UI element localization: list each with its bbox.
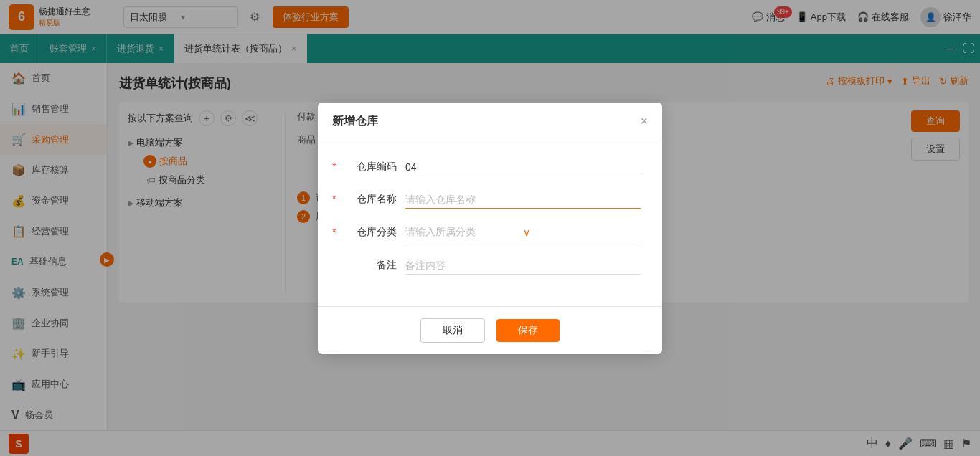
modal-footer: 取消 保存 [318, 306, 662, 354]
modal-title: 新增仓库 [332, 114, 378, 129]
field-code-required: * [332, 161, 336, 172]
field-code-label: * 仓库编码 [339, 161, 397, 174]
field-category-select[interactable]: 请输入所属分类 ∨ [405, 223, 641, 242]
field-name-required: * [332, 193, 336, 204]
field-category-chevron: ∨ [523, 227, 641, 238]
field-category-placeholder: 请输入所属分类 [405, 226, 523, 239]
field-code-input[interactable] [405, 158, 641, 176]
field-name-label: * 仓库名称 [339, 193, 397, 206]
field-code: * 仓库编码 [339, 158, 641, 176]
field-remark: 备注 [339, 257, 641, 275]
modal-overlay: 新增仓库 × * 仓库编码 * 仓库名称 [0, 0, 980, 456]
modal-close-button[interactable]: × [640, 115, 648, 128]
modal-body: * 仓库编码 * 仓库名称 * 仓库分类 请输入所属 [318, 141, 662, 306]
field-remark-label: 备注 [339, 259, 397, 272]
field-category-label: * 仓库分类 [339, 226, 397, 239]
field-name-input[interactable] [405, 191, 641, 209]
field-category-required: * [332, 226, 336, 237]
field-remark-input[interactable] [405, 257, 641, 275]
field-name: * 仓库名称 [339, 191, 641, 209]
field-category: * 仓库分类 请输入所属分类 ∨ [339, 223, 641, 242]
save-button[interactable]: 保存 [496, 319, 560, 342]
cancel-button[interactable]: 取消 [420, 318, 485, 343]
modal-header: 新增仓库 × [318, 103, 662, 141]
modal-add-warehouse: 新增仓库 × * 仓库编码 * 仓库名称 [318, 103, 662, 354]
